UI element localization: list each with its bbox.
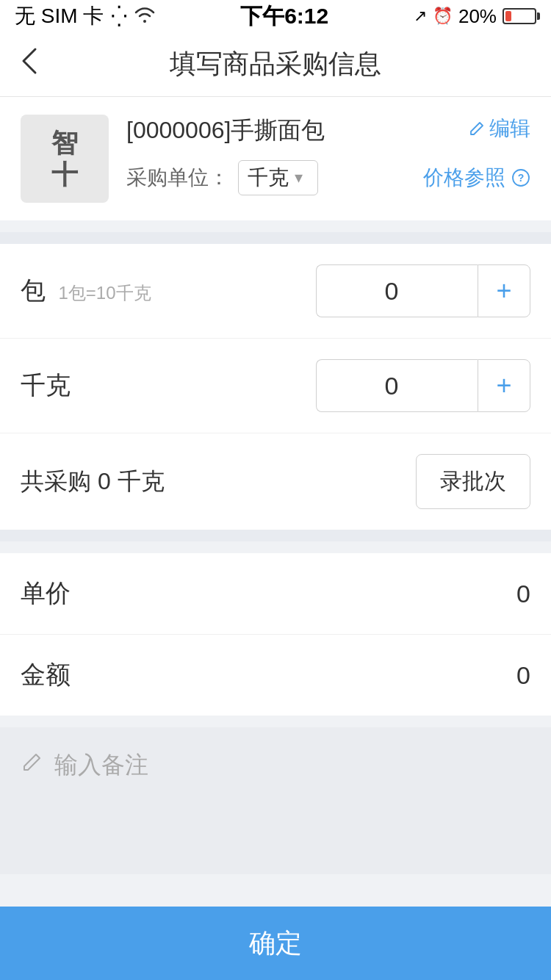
amount-value: 0 — [516, 661, 530, 690]
bao-input[interactable] — [316, 264, 478, 317]
unit-select[interactable]: 千克 ▾ — [238, 160, 318, 195]
logo-line1: 智 — [51, 127, 78, 159]
wifi-icon — [134, 4, 155, 28]
product-name: [0000006]手撕面包 — [126, 115, 325, 147]
nav-bar: 填写商品采购信息 — [0, 32, 551, 97]
alarm-icon: ⏰ — [433, 7, 453, 26]
kg-plus-button[interactable]: + — [478, 359, 530, 412]
bao-row: 包 1包=10千克 + — [0, 244, 551, 339]
product-info: [0000006]手撕面包 编辑 采购单位： 千克 ▾ 价格参照 ? — [126, 115, 530, 195]
location-icon: ↗ — [414, 7, 427, 26]
bao-plus-button[interactable]: + — [478, 264, 530, 317]
remark-placeholder[interactable]: 输入备注 — [54, 749, 148, 782]
remark-section[interactable]: 输入备注 — [0, 727, 551, 874]
confirm-button[interactable]: 确定 — [0, 907, 551, 980]
divider-2 — [0, 530, 551, 541]
unit-price-value: 0 — [516, 580, 530, 608]
kg-label: 千克 — [21, 369, 94, 403]
battery-percent: 20% — [458, 5, 497, 28]
battery-icon — [503, 8, 536, 24]
bao-input-group: + — [316, 264, 530, 317]
product-footer: 采购单位： 千克 ▾ 价格参照 ? — [126, 160, 530, 195]
bao-label: 包 1包=10千克 — [21, 274, 151, 308]
wifi-signal-icon: ⁛ — [111, 4, 127, 29]
purchase-unit-label: 采购单位： — [126, 164, 229, 192]
amount-row: 金额 0 — [0, 635, 551, 716]
status-bar: 无 SIM 卡 ⁛ 下午6:12 ↗ ⏰ 20% — [0, 0, 551, 32]
battery-fill — [505, 11, 511, 21]
price-section: 单价 0 金额 0 — [0, 553, 551, 716]
kg-row: 千克 + — [0, 339, 551, 433]
record-batch-button[interactable]: 录批次 — [416, 454, 530, 509]
product-header: [0000006]手撕面包 编辑 — [126, 115, 530, 147]
unit-value: 千克 — [248, 164, 289, 192]
unit-price-row: 单价 0 — [0, 553, 551, 635]
page-title: 填写商品采购信息 — [170, 46, 381, 82]
bao-sub: 1包=10千克 — [58, 283, 151, 303]
status-left: 无 SIM 卡 ⁛ — [15, 2, 155, 30]
purchase-unit: 采购单位： 千克 ▾ — [126, 160, 318, 195]
edit-button[interactable]: 编辑 — [469, 115, 530, 143]
svg-text:?: ? — [518, 172, 525, 184]
kg-input[interactable] — [316, 359, 478, 412]
summary-text: 共采购 0 千克 — [21, 466, 165, 498]
divider-1 — [0, 232, 551, 244]
summary-row: 共采购 0 千克 录批次 — [0, 433, 551, 530]
product-image: 智 十 — [21, 115, 109, 203]
price-ref-button[interactable]: 价格参照 ? — [423, 164, 530, 192]
pencil-icon — [21, 752, 43, 779]
status-time: 下午6:12 — [240, 1, 328, 32]
unit-price-label: 单价 — [21, 577, 71, 610]
logo-line2: 十 — [51, 159, 78, 190]
product-card: 智 十 [0000006]手撕面包 编辑 采购单位： 千克 ▾ 价格参照 — [0, 97, 551, 220]
form-section: 包 1包=10千克 + 千克 + 共采购 0 千克 录批次 — [0, 244, 551, 530]
product-logo: 智 十 — [51, 127, 78, 190]
back-button[interactable] — [21, 46, 38, 82]
amount-label: 金额 — [21, 658, 71, 692]
kg-input-group: + — [316, 359, 530, 412]
unit-arrow: ▾ — [295, 168, 303, 187]
sim-text: 无 SIM 卡 — [15, 2, 104, 30]
remark-input-area[interactable]: 输入备注 — [21, 749, 530, 782]
status-right: ↗ ⏰ 20% — [414, 5, 536, 28]
